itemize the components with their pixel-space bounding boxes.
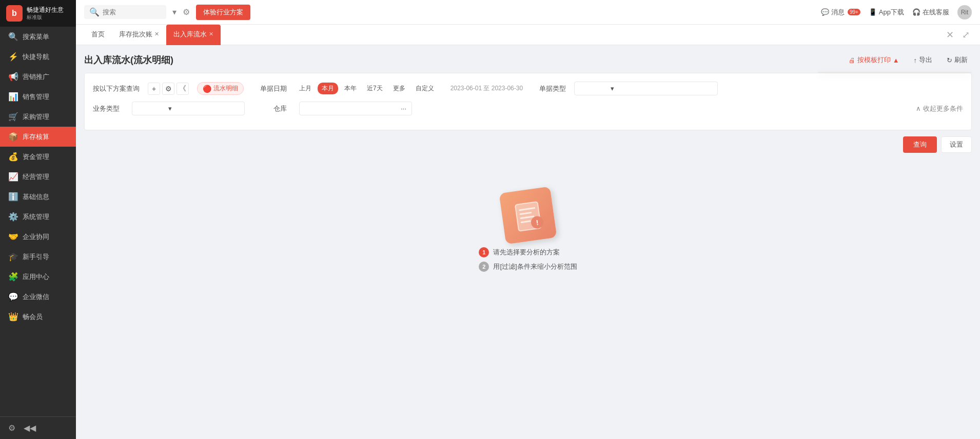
message-icon: 💬 bbox=[821, 8, 829, 16]
settings-icon[interactable]: ⚙ bbox=[8, 423, 15, 433]
tab-inout-flow[interactable]: 出入库流水 ✕ bbox=[166, 25, 221, 45]
sidebar-icon-corp-collab: 🤝 bbox=[8, 232, 18, 242]
sidebar-icon-inventory: 📦 bbox=[8, 132, 18, 142]
shortcut-more[interactable]: 更多 bbox=[389, 83, 409, 94]
filter-actions: + ⚙ 《 bbox=[148, 83, 189, 95]
sidebar-icon-finance: 💰 bbox=[8, 152, 18, 162]
app-download-button[interactable]: 📱 App下载 bbox=[869, 8, 904, 17]
sidebar: b 畅捷通好生意 标准版 🔍搜索菜单⚡快捷导航📢营销推广📊销售管理🛒采购管理📦库… bbox=[0, 0, 76, 439]
shortcut-custom[interactable]: 自定义 bbox=[411, 83, 438, 94]
biz-type-dropdown-icon: ▾ bbox=[168, 105, 172, 112]
app-name: 畅捷通好生意 bbox=[27, 6, 64, 14]
biz-type-select[interactable]: ▾ bbox=[132, 102, 245, 115]
collapse-filter-button[interactable]: 《 bbox=[177, 83, 189, 95]
tabbar-close-icon[interactable]: ✕ bbox=[944, 29, 956, 41]
tabbar-expand-icon[interactable]: ⤢ bbox=[960, 29, 972, 41]
shortcut-prev-month[interactable]: 上月 bbox=[295, 83, 316, 94]
add-filter-button[interactable]: + bbox=[148, 83, 160, 95]
tab-inout-flow-close[interactable]: ✕ bbox=[209, 31, 213, 37]
sidebar-icon-sales: 📊 bbox=[8, 92, 18, 102]
sidebar-item-inventory[interactable]: 📦库存核算 bbox=[0, 127, 76, 147]
shortcut-year[interactable]: 本年 bbox=[340, 83, 361, 94]
sidebar-item-operations[interactable]: 📈经营管理 bbox=[0, 167, 76, 187]
search-dropdown-icon[interactable]: ▾ bbox=[172, 7, 177, 17]
tab-batch-account[interactable]: 库存批次账 ✕ bbox=[112, 25, 166, 45]
active-filter-tag[interactable]: 🔴 流水明细 bbox=[197, 82, 244, 95]
tabbar-right: ✕ ⤢ bbox=[944, 29, 972, 41]
filter-tag-label: 流水明细 bbox=[213, 84, 238, 93]
warehouse-more-icon[interactable]: ··· bbox=[401, 105, 406, 112]
topbar: 🔍 ▾ ⚙ 体验行业方案 💬 消息 99+ 📱 App下载 🎧 在线客服 Rit bbox=[76, 0, 980, 25]
tab-home[interactable]: 首页 bbox=[84, 25, 112, 45]
sidebar-label-sales: 销售管理 bbox=[23, 92, 49, 102]
sidebar-item-app-center[interactable]: 🧩应用中心 bbox=[0, 267, 76, 287]
sidebar-icon-quick-nav: ⚡ bbox=[8, 52, 18, 62]
empty-state: ! 1 请先选择要分析的方案 2 用[过滤]条件来缩小分析范围 bbox=[84, 159, 972, 303]
step-2-text: 用[过滤]条件来缩小分析范围 bbox=[493, 262, 577, 271]
tab-batch-account-label: 库存批次账 bbox=[119, 30, 152, 39]
warehouse-select[interactable]: ··· bbox=[299, 102, 412, 115]
sidebar-item-newbie[interactable]: 🎓新手引导 bbox=[0, 247, 76, 267]
collapse-conditions-btn[interactable]: ∧ 收起更多条件 bbox=[916, 104, 963, 113]
refresh-button[interactable]: ↻ 刷新 bbox=[943, 53, 972, 67]
sidebar-item-member[interactable]: 👑畅会员 bbox=[0, 307, 76, 327]
industry-solution-button[interactable]: 体验行业方案 bbox=[196, 5, 250, 20]
date-shortcuts: 上月 本月 本年 近7天 更多 自定义 bbox=[295, 83, 438, 94]
sidebar-item-search[interactable]: 🔍搜索菜单 bbox=[0, 27, 76, 47]
sidebar-item-basics[interactable]: ℹ️基础信息 bbox=[0, 187, 76, 207]
printer-icon: 🖨 bbox=[849, 56, 855, 64]
sidebar-icon-member: 👑 bbox=[8, 312, 18, 322]
sidebar-footer: ⚙ ◀◀ bbox=[0, 416, 76, 439]
doc-type-dropdown-icon: ▾ bbox=[611, 85, 614, 92]
sidebar-item-finance[interactable]: 💰资金管理 bbox=[0, 147, 76, 167]
query-button[interactable]: 查询 bbox=[903, 136, 937, 153]
sidebar-label-newbie: 新手引导 bbox=[23, 252, 49, 262]
sidebar-icon-basics: ℹ️ bbox=[8, 192, 18, 202]
online-service-button[interactable]: 🎧 在线客服 bbox=[912, 8, 949, 17]
collapse-sidebar-icon[interactable]: ◀◀ bbox=[24, 423, 36, 433]
sidebar-label-purchase: 采购管理 bbox=[23, 112, 49, 122]
filter-row-1: 按以下方案查询 + ⚙ 《 🔴 流水明细 单据日期 上月 本月 本年 近7天 bbox=[93, 82, 963, 95]
sidebar-item-quick-nav[interactable]: ⚡快捷导航 bbox=[0, 47, 76, 67]
empty-step-2: 2 用[过滤]条件来缩小分析范围 bbox=[479, 262, 577, 272]
user-profile[interactable]: Rit bbox=[957, 5, 972, 19]
sidebar-item-marketing[interactable]: 📢营销推广 bbox=[0, 67, 76, 87]
page-title: 出入库流水(流水明细) bbox=[84, 54, 173, 66]
settings-filter-button[interactable]: 设置 bbox=[941, 136, 972, 153]
sidebar-label-corp-collab: 企业协同 bbox=[23, 232, 49, 242]
sidebar-item-corp-collab[interactable]: 🤝企业协同 bbox=[0, 227, 76, 247]
search-box[interactable]: 🔍 bbox=[84, 5, 166, 19]
sidebar-icon-search: 🔍 bbox=[8, 32, 18, 42]
shortcut-current-month[interactable]: 本月 bbox=[318, 83, 338, 94]
empty-illustration: ! bbox=[499, 187, 557, 245]
sidebar-item-corp-wechat[interactable]: 💬企业微信 bbox=[0, 287, 76, 307]
doc-type-select[interactable]: ▾ bbox=[574, 82, 718, 95]
main-area: 🔍 ▾ ⚙ 体验行业方案 💬 消息 99+ 📱 App下载 🎧 在线客服 Rit bbox=[76, 0, 980, 439]
shortcut-7days[interactable]: 近7天 bbox=[363, 83, 387, 94]
filter-row-2: 业务类型 ▾ 仓库 ··· ∧ 收起更多条件 bbox=[93, 102, 963, 115]
sidebar-label-search: 搜索菜单 bbox=[23, 32, 49, 42]
sidebar-icon-operations: 📈 bbox=[8, 172, 18, 182]
biz-type-label: 业务类型 bbox=[93, 104, 120, 113]
page-actions: 🖨 按模板打印 ▲ ↑ 导出 ↻ 刷新 bbox=[845, 53, 972, 67]
sidebar-item-system[interactable]: ⚙️系统管理 bbox=[0, 207, 76, 227]
dropdown-arrow-up-icon: ▲ bbox=[893, 56, 899, 64]
sidebar-label-basics: 基础信息 bbox=[23, 192, 49, 202]
sidebar-item-sales[interactable]: 📊销售管理 bbox=[0, 87, 76, 107]
filter-settings-button[interactable]: ⚙ bbox=[162, 83, 174, 95]
sidebar-icon-purchase: 🛒 bbox=[8, 112, 18, 122]
search-input[interactable] bbox=[103, 8, 164, 16]
sidebar-icon-marketing: 📢 bbox=[8, 72, 18, 82]
topbar-settings-icon[interactable]: ⚙ bbox=[183, 7, 190, 17]
tab-home-label: 首页 bbox=[91, 30, 105, 39]
sidebar-item-purchase[interactable]: 🛒采购管理 bbox=[0, 107, 76, 127]
print-template-button[interactable]: 🖨 按模板打印 ▲ bbox=[845, 53, 904, 67]
tab-batch-account-close[interactable]: ✕ bbox=[154, 31, 159, 37]
message-button[interactable]: 💬 消息 99+ bbox=[821, 8, 860, 17]
sidebar-icon-system: ⚙️ bbox=[8, 212, 18, 222]
refresh-icon: ↻ bbox=[947, 56, 952, 64]
sidebar-label-marketing: 营销推广 bbox=[23, 72, 49, 82]
filter-panel: 按以下方案查询 + ⚙ 《 🔴 流水明细 单据日期 上月 本月 本年 近7天 bbox=[84, 73, 972, 130]
export-button[interactable]: ↑ 导出 bbox=[910, 53, 937, 67]
topbar-right: 💬 消息 99+ 📱 App下载 🎧 在线客服 Rit bbox=[821, 5, 972, 19]
